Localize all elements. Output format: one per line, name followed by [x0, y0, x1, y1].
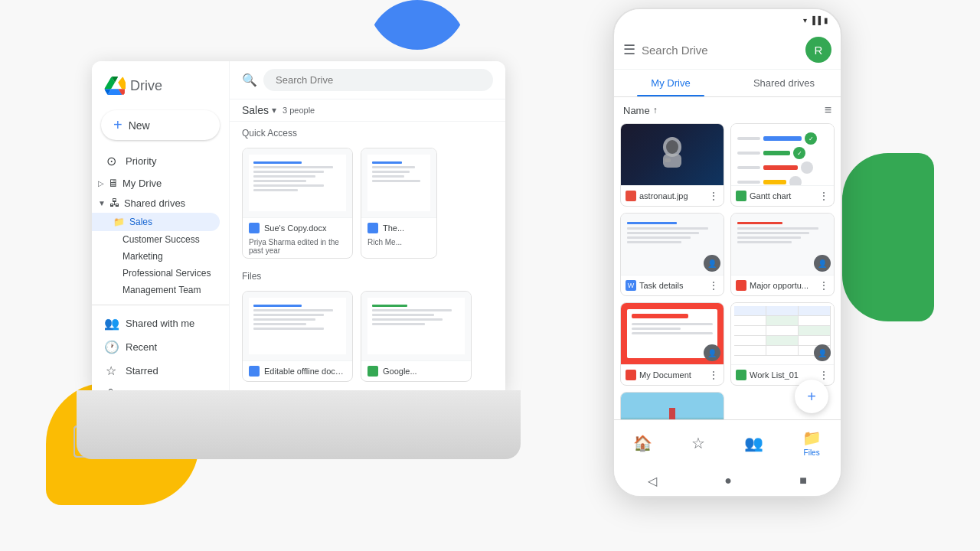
file-preview-task: 👤: [621, 214, 724, 275]
file-name: Sue's Copy.docx: [264, 223, 346, 233]
starred-label: Starred: [126, 365, 158, 377]
avatar-letter: R: [815, 44, 823, 57]
list-item[interactable]: Sue's Copy.docx Priya Sharma edited in t…: [242, 148, 353, 259]
tab-shared-drives[interactable]: Shared drives: [727, 70, 841, 96]
sheets-icon: [736, 191, 746, 201]
priority-icon: ⊙: [104, 154, 118, 168]
wifi-icon: ▐▐: [810, 16, 821, 24]
shared-with-me-label: Shared with me: [126, 318, 194, 329]
file-card-info: The...: [361, 217, 436, 238]
sidebar-shared-drives-label: Shared drives: [124, 197, 185, 209]
file-card-info: Editable offline docu...: [243, 360, 352, 381]
user-avatar[interactable]: R: [805, 37, 831, 63]
nav-shared[interactable]: 👥: [744, 434, 763, 452]
starred-icon: ☆: [104, 364, 118, 378]
tab-shared-drives-label: Shared drives: [753, 77, 815, 89]
plus-icon: +: [113, 116, 122, 134]
fab-plus-icon: +: [807, 388, 816, 406]
list-item[interactable]: 👤 W Task details ⋮: [620, 213, 724, 296]
more-options-icon[interactable]: ⋮: [818, 190, 829, 202]
file-name: The...: [383, 223, 430, 233]
file-meta: Priya Sharma edited in the past year: [243, 238, 352, 258]
file-preview-gantt: ✓ ✓: [731, 124, 834, 185]
more-options-icon[interactable]: ⋮: [708, 190, 719, 202]
phone-nav-bar: 🏠 ☆ 👥 📁 Files: [614, 419, 841, 465]
sort-arrow-icon[interactable]: ↑: [653, 105, 658, 116]
phone-status-bar: ▾ ▐▐ ▮: [614, 9, 841, 31]
more-options-icon[interactable]: ⋮: [708, 279, 719, 292]
list-item[interactable]: 👤 Work List_01 ⋮: [730, 302, 835, 386]
list-item[interactable]: astronaut.jpg ⋮: [620, 123, 724, 207]
sidebar-item-professional-services[interactable]: Professional Services: [92, 265, 220, 282]
file-preview-astronaut: [621, 124, 724, 185]
file-info: Gantt chart ⋮: [731, 185, 834, 206]
drive-logo: Drive: [92, 70, 229, 107]
phone-search-input[interactable]: [642, 44, 799, 57]
file-card-info: Google...: [361, 360, 471, 381]
nav-files-label: Files: [804, 448, 820, 457]
home-button[interactable]: ●: [724, 474, 732, 487]
sidebar-item-sales[interactable]: 📁 Sales: [92, 213, 220, 231]
more-options-icon[interactable]: ⋮: [708, 369, 719, 381]
list-item[interactable]: ✓ ✓: [730, 123, 835, 207]
breadcrumb: Sales ▾ 3 people: [230, 99, 505, 122]
recents-button[interactable]: ■: [799, 474, 807, 487]
hamburger-menu-icon[interactable]: ☰: [623, 41, 635, 58]
files-icon: 📁: [802, 429, 822, 447]
sidebar-item-priority[interactable]: ⊙ Priority: [92, 149, 220, 173]
sidebar-item-customer-success[interactable]: Customer Success: [92, 231, 220, 248]
tab-my-drive[interactable]: My Drive: [614, 70, 727, 96]
star-icon: ☆: [691, 434, 705, 452]
sidebar-item-shared-with-me[interactable]: 👥 Shared with me: [92, 311, 220, 335]
sort-label: Name: [623, 105, 650, 116]
excel-icon: [736, 370, 746, 380]
sidebar-priority-label: Priority: [126, 155, 156, 167]
file-preview: [243, 292, 352, 360]
file-meta: Rich Me...: [361, 238, 436, 249]
list-item[interactable]: 👤 Major opportu... ⋮: [730, 213, 835, 296]
sidebar-item-trash[interactable]: 🗑 Trash: [92, 383, 220, 390]
file-name: Google...: [383, 367, 465, 376]
avatar-badge: 👤: [814, 344, 831, 361]
sidebar-item-management-team[interactable]: Management Team: [92, 282, 220, 298]
more-options-icon[interactable]: ⋮: [818, 369, 829, 381]
sidebar-item-recent[interactable]: 🕐 Recent: [92, 335, 220, 359]
file-name: Gantt chart: [750, 191, 815, 201]
list-item[interactable]: Editable offline docu...: [242, 291, 353, 382]
back-button[interactable]: ◁: [648, 474, 657, 488]
list-view-icon[interactable]: ≡: [825, 103, 831, 117]
bg-green-shape: [842, 153, 934, 321]
recent-icon: 🕐: [104, 340, 118, 354]
sidebar-item-my-drive[interactable]: ▷ 🖥 My Drive: [92, 173, 220, 193]
sidebar-item-marketing[interactable]: Marketing: [92, 248, 220, 265]
sidebar-my-drive-label: My Drive: [122, 178, 162, 189]
phone: ▾ ▐▐ ▮ ☰ R My Drive Shared drives Name ↑…: [612, 8, 842, 497]
nav-files[interactable]: 📁 Files: [802, 429, 822, 457]
file-preview-major: 👤: [731, 214, 834, 275]
signal-icon: ▾: [803, 16, 807, 24]
file-name: My Document: [639, 370, 705, 380]
file-preview: [243, 148, 352, 217]
search-icon: 🔍: [242, 73, 257, 87]
list-item[interactable]: Google...: [361, 291, 472, 382]
new-button[interactable]: + New: [101, 110, 220, 140]
more-options-icon[interactable]: ⋮: [818, 279, 829, 292]
svg-rect-4: [665, 158, 671, 162]
people-count: 3 people: [283, 106, 315, 115]
sidebar-item-shared-drives[interactable]: ▼ 🖧 Shared drives: [92, 193, 220, 213]
list-item[interactable]: The... Rich Me...: [361, 148, 437, 259]
file-info: Major opportu... ⋮: [731, 275, 834, 295]
nav-starred[interactable]: ☆: [691, 434, 705, 452]
sidebar-item-starred[interactable]: ☆ Starred: [92, 359, 220, 383]
my-drive-icon: 🖥: [107, 177, 119, 189]
astronaut-svg: [657, 135, 688, 174]
file-preview-excel: 👤: [731, 303, 834, 364]
fab-button[interactable]: +: [795, 380, 828, 413]
home-icon: 🏠: [633, 434, 652, 452]
new-button-label: New: [129, 119, 150, 132]
nav-home[interactable]: 🏠: [633, 434, 652, 452]
shared-drives-icon: 🖧: [109, 197, 121, 209]
breadcrumb-dropdown-icon[interactable]: ▾: [272, 105, 276, 116]
list-item[interactable]: 👤 My Document ⋮: [620, 302, 724, 386]
search-input[interactable]: [263, 69, 493, 91]
